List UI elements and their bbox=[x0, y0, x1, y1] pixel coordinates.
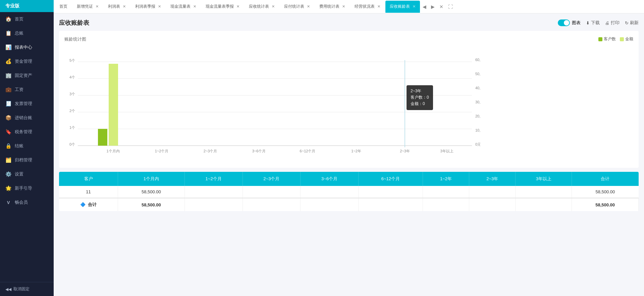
data-table: 客户 1个月内 1~2个月 2~3个月 3~6个月 6~12个月 1~2年 2~… bbox=[59, 172, 639, 211]
tab-voucher-label: 新增凭证 bbox=[77, 4, 93, 9]
sidebar-item-assets[interactable]: 🏢 固定资产 bbox=[0, 68, 54, 83]
tab-aging-label: 应收账龄表 bbox=[390, 4, 410, 9]
tab-profit-quarterly-label: 利润表季报 bbox=[135, 4, 155, 9]
refresh-button[interactable]: ↻ 刷新 bbox=[625, 20, 639, 26]
bar-amount-1[interactable] bbox=[109, 64, 118, 146]
tab-business-status-close[interactable]: ✕ bbox=[377, 4, 380, 9]
chart-svg: 0个 1个 2个 3个 4个 5个 0元 10,000.00元 20,000.0… bbox=[64, 45, 480, 162]
cell-customer: 11 bbox=[59, 186, 118, 198]
tab-profit-quarterly[interactable]: 利润表季报 ✕ bbox=[131, 1, 165, 13]
tab-payable-stats-label: 应付统计表 bbox=[284, 4, 304, 9]
tab-payable-stats-close[interactable]: ✕ bbox=[307, 4, 310, 9]
tab-cashflow-quarterly[interactable]: 现金流量表季报 ✕ bbox=[201, 1, 244, 13]
svg-text:0元: 0元 bbox=[475, 142, 480, 146]
tab-receivable-stats-close[interactable]: ✕ bbox=[272, 4, 275, 9]
footer-year1-2 bbox=[423, 198, 469, 211]
svg-text:2个: 2个 bbox=[69, 109, 75, 113]
tab-receivable-stats[interactable]: 应收统计表 ✕ bbox=[245, 1, 279, 13]
cell-month6-12 bbox=[358, 186, 423, 198]
chart-title: 账龄统计图 bbox=[64, 36, 633, 42]
invoice-icon: 🧾 bbox=[5, 101, 11, 107]
tab-close-all-button[interactable]: ✕ bbox=[437, 1, 445, 13]
cell-year2-3 bbox=[469, 186, 516, 198]
sidebar-item-closing[interactable]: 🔒 结账 bbox=[0, 139, 54, 153]
tab-business-status[interactable]: 经营状况表 ✕ bbox=[350, 1, 385, 13]
assets-icon: 🏢 bbox=[5, 72, 11, 79]
tab-expense-stats-label: 费用统计表 bbox=[319, 4, 339, 9]
sidebar-item-settings[interactable]: ⚙️ 设置 bbox=[0, 167, 54, 181]
sidebar-item-home[interactable]: 🏠 首页 bbox=[0, 12, 54, 26]
tab-home[interactable]: 首页 bbox=[55, 1, 72, 13]
ledger-icon: 📋 bbox=[5, 30, 11, 36]
svg-text:2~3年: 2~3年 bbox=[400, 149, 410, 153]
print-button[interactable]: 🖨 打印 bbox=[605, 20, 620, 26]
tab-cashflow-close[interactable]: ✕ bbox=[193, 4, 196, 9]
unpin-button[interactable]: ◀◀ 取消固定 bbox=[0, 282, 54, 296]
bar-customer-1[interactable] bbox=[98, 129, 107, 146]
svg-text:1个: 1个 bbox=[69, 126, 75, 130]
sidebar-item-archive[interactable]: 🗂️ 归档管理 bbox=[0, 153, 54, 167]
cell-month1-2 bbox=[184, 186, 243, 198]
toggle-track[interactable] bbox=[558, 19, 570, 26]
svg-text:50,000.00元: 50,000.00元 bbox=[475, 72, 480, 76]
salary-icon: 💼 bbox=[5, 87, 11, 93]
svg-text:20,000.00元: 20,000.00元 bbox=[475, 114, 480, 118]
sidebar-item-vip[interactable]: V 畅会员 bbox=[0, 195, 54, 209]
tab-next-button[interactable]: ▶ bbox=[429, 1, 437, 13]
sidebar-item-label: 固定资产 bbox=[15, 72, 32, 79]
chart-toggle[interactable]: 图表 bbox=[558, 19, 581, 26]
col-month1: 1个月内 bbox=[118, 172, 185, 186]
svg-text:40,000.00元: 40,000.00元 bbox=[475, 86, 480, 90]
sidebar: 专业版 🏠 首页 📋 总账 📊 报表中心 💰 资金管理 🏢 固定资产 💼 工资 … bbox=[0, 0, 54, 296]
tab-expense-stats[interactable]: 费用统计表 ✕ bbox=[315, 1, 350, 13]
archive-icon: 🗂️ bbox=[5, 157, 11, 163]
download-icon: ⬇ bbox=[586, 20, 590, 26]
sidebar-item-tax[interactable]: 🔖 税务管理 bbox=[0, 125, 54, 139]
sidebar-item-inventory[interactable]: 📦 进销台账 bbox=[0, 111, 54, 125]
guide-icon: 🌟 bbox=[5, 185, 11, 191]
tab-bar: 首页 新增凭证 ✕ 利润表 ✕ 利润表季报 ✕ 现金流量表 ✕ 现金流量表季报 … bbox=[54, 0, 644, 13]
sidebar-item-guide[interactable]: 🌟 新手引导 bbox=[0, 181, 54, 195]
tab-prev-button[interactable]: ◀ bbox=[421, 1, 428, 13]
tab-cashflow-quarterly-close[interactable]: ✕ bbox=[236, 4, 239, 9]
footer-month6-12 bbox=[358, 198, 423, 211]
cell-month1: 58,500.00 bbox=[118, 186, 185, 198]
tab-aging[interactable]: 应收账龄表 ✕ bbox=[385, 1, 420, 13]
tab-profit-quarterly-close[interactable]: ✕ bbox=[158, 4, 161, 9]
sidebar-item-label: 资金管理 bbox=[15, 58, 32, 64]
funds-icon: 💰 bbox=[5, 58, 11, 64]
page-actions: 图表 ⬇ 下载 🖨 打印 ↻ 刷新 bbox=[558, 19, 639, 26]
print-icon: 🖨 bbox=[605, 20, 609, 26]
tab-voucher-close[interactable]: ✕ bbox=[96, 4, 99, 9]
sidebar-item-ledger[interactable]: 📋 总账 bbox=[0, 26, 54, 40]
sidebar-item-label: 畅会员 bbox=[15, 199, 28, 205]
sidebar-item-salary[interactable]: 💼 工资 bbox=[0, 83, 54, 97]
tab-voucher[interactable]: 新增凭证 ✕ bbox=[72, 1, 103, 13]
svg-text:10,000.00元: 10,000.00元 bbox=[475, 128, 480, 132]
tab-payable-stats[interactable]: 应付统计表 ✕ bbox=[280, 1, 314, 13]
tab-cashflow[interactable]: 现金流量表 ✕ bbox=[166, 1, 201, 13]
footer-year3-plus bbox=[516, 198, 572, 211]
tab-profit[interactable]: 利润表 ✕ bbox=[104, 1, 130, 13]
sidebar-item-label: 结账 bbox=[15, 143, 23, 149]
col-month2-3: 2~3个月 bbox=[243, 172, 301, 186]
cell-month3-6 bbox=[301, 186, 359, 198]
col-month1-2: 1~2个月 bbox=[184, 172, 243, 186]
sidebar-item-label: 总账 bbox=[15, 30, 23, 36]
tab-home-label: 首页 bbox=[59, 4, 67, 9]
tab-expense-stats-close[interactable]: ✕ bbox=[342, 4, 345, 9]
col-year3-plus: 3年以上 bbox=[516, 172, 572, 186]
sidebar-item-label: 工资 bbox=[15, 87, 23, 93]
tab-aging-close[interactable]: ✕ bbox=[413, 4, 416, 9]
tab-fullscreen-button[interactable]: ⛶ bbox=[446, 1, 455, 13]
download-button[interactable]: ⬇ 下载 bbox=[586, 20, 600, 26]
tab-profit-close[interactable]: ✕ bbox=[123, 4, 126, 9]
table-container: 客户 1个月内 1~2个月 2~3个月 3~6个月 6~12个月 1~2年 2~… bbox=[59, 172, 639, 211]
sidebar-item-reports[interactable]: 📊 报表中心 bbox=[0, 40, 54, 54]
sidebar-item-invoice[interactable]: 🧾 发票管理 bbox=[0, 97, 54, 111]
table-footer-row: 🔷 合计 58,500.00 58,500.00 bbox=[59, 198, 639, 211]
sidebar-item-funds[interactable]: 💰 资金管理 bbox=[0, 54, 54, 68]
col-customer: 客户 bbox=[59, 172, 118, 186]
col-month6-12: 6~12个月 bbox=[358, 172, 423, 186]
settings-icon: ⚙️ bbox=[5, 171, 11, 177]
